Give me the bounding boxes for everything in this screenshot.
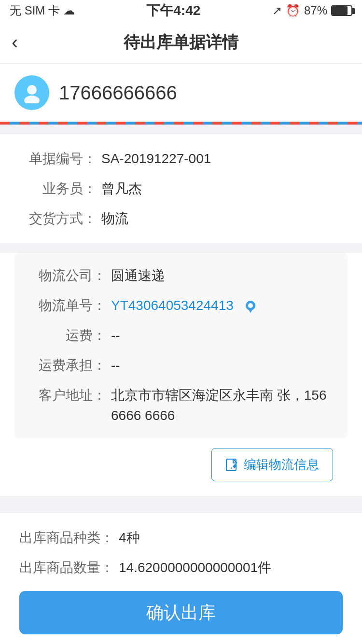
goods-types-value: 4种 [114, 528, 343, 548]
status-right: ↗ ⏰ 87% [272, 4, 352, 17]
freight-bearer-value: -- [106, 355, 333, 376]
edit-logistics-button[interactable]: 编辑物流信息 [211, 448, 333, 481]
goods-quantity-row: 出库商品数量： 14.6200000000000001件 [19, 558, 343, 578]
battery-icon [331, 5, 352, 16]
salesperson-label: 业务员： [19, 179, 97, 199]
status-left: 无 SIM 卡 ☁ [10, 3, 75, 18]
freight-label: 运费： [29, 325, 106, 346]
salesperson-value: 曾凡杰 [97, 179, 343, 199]
edit-icon [225, 458, 239, 472]
confirm-button-label: 确认出库 [146, 601, 216, 625]
back-button[interactable]: ‹ [12, 31, 18, 53]
address-label: 客户地址： [29, 385, 106, 406]
svg-marker-4 [248, 308, 253, 313]
doc-number-label: 单据编号： [19, 149, 97, 169]
logistics-company-value: 圆通速递 [106, 266, 333, 286]
edit-logistics-label: 编辑物流信息 [244, 456, 319, 473]
address-row: 客户地址： 北京市市辖区海淀区永丰南 张，156 6666 6666 [29, 385, 333, 426]
freight-bearer-row: 运费承担： -- [29, 355, 333, 376]
tracking-row: 物流单号： YT43064053424413 [29, 295, 333, 316]
tracking-label: 物流单号： [29, 295, 106, 316]
location-map-icon[interactable] [242, 298, 259, 315]
status-time: 下午4:42 [146, 1, 200, 20]
freight-value: -- [106, 325, 333, 346]
battery-level: 87% [304, 4, 327, 17]
delivery-method-value: 物流 [97, 209, 343, 229]
basic-info-section: 单据编号： SA-20191227-001 业务员： 曾凡杰 交货方式： 物流 [0, 134, 362, 243]
section-divider [0, 496, 362, 504]
logistics-company-row: 物流公司： 圆通速递 [29, 266, 333, 286]
doc-number-row: 单据编号： SA-20191227-001 [19, 149, 343, 169]
goods-types-row: 出库商品种类： 4种 [19, 528, 343, 548]
goods-quantity-value: 14.6200000000000001件 [114, 558, 343, 578]
sim-status: 无 SIM 卡 ☁ [10, 3, 75, 18]
confirm-bar: 确认出库 [0, 581, 362, 644]
nav-bar: ‹ 待出库单据详情 [0, 21, 362, 64]
svg-point-1 [24, 96, 40, 103]
confirm-outbound-button[interactable]: 确认出库 [19, 591, 343, 634]
dashed-divider [0, 122, 362, 125]
svg-point-0 [27, 85, 37, 95]
logistics-company-label: 物流公司： [29, 266, 106, 286]
user-phone: 17666666666 [59, 82, 177, 104]
avatar [14, 75, 49, 110]
address-value: 北京市市辖区海淀区永丰南 张，156 6666 6666 [106, 385, 333, 426]
doc-number-value: SA-20191227-001 [97, 149, 343, 169]
goods-types-label: 出库商品种类： [19, 528, 114, 548]
tracking-value: YT43064053424413 [106, 295, 333, 316]
page-title: 待出库单据详情 [124, 31, 238, 54]
delivery-method-row: 交货方式： 物流 [19, 209, 343, 229]
alarm-icon: ⏰ [286, 4, 300, 17]
edit-logistics-area: 编辑物流信息 [14, 448, 348, 496]
goods-info-section: 出库商品种类： 4种 出库商品数量： 14.6200000000000001件 [0, 513, 362, 592]
svg-line-6 [231, 467, 232, 469]
goods-quantity-label: 出库商品数量： [19, 558, 114, 578]
freight-bearer-label: 运费承担： [29, 355, 106, 376]
user-header: 17666666666 [0, 64, 362, 122]
status-bar: 无 SIM 卡 ☁ 下午4:42 ↗ ⏰ 87% [0, 0, 362, 21]
freight-row: 运费： -- [29, 325, 333, 346]
salesperson-row: 业务员： 曾凡杰 [19, 179, 343, 199]
svg-point-3 [248, 303, 253, 308]
delivery-method-label: 交货方式： [19, 209, 97, 229]
logistics-card: 物流公司： 圆通速递 物流单号： YT43064053424413 运费： --… [14, 253, 348, 438]
location-icon: ↗ [272, 4, 282, 17]
logistics-outer: 物流公司： 圆通速递 物流单号： YT43064053424413 运费： --… [0, 253, 362, 496]
